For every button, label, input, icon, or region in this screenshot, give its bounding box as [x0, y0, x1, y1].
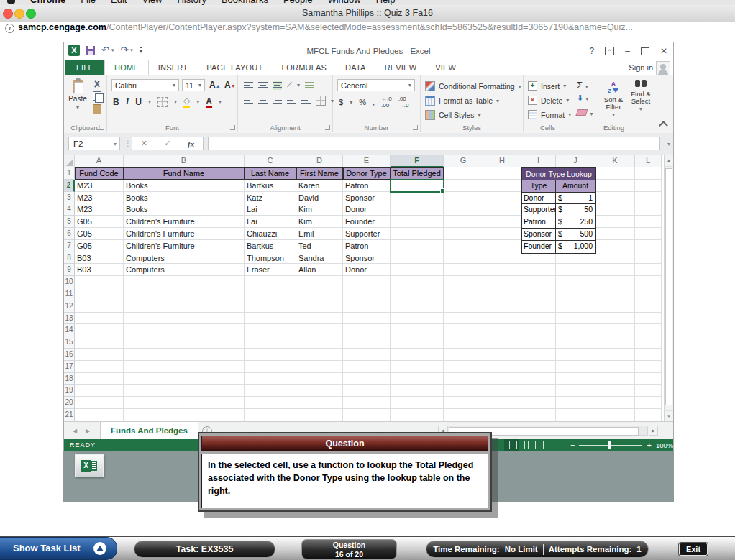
cell-D15[interactable]	[296, 336, 343, 349]
font-color-icon[interactable]: A	[206, 96, 212, 108]
menu-window[interactable]: Window	[327, 0, 360, 5]
cell-D20[interactable]	[296, 397, 343, 409]
expand-formula-bar-icon[interactable]: ▾	[667, 141, 670, 147]
cell-I10[interactable]	[521, 276, 556, 288]
alignment-dialog-launcher-icon[interactable]	[325, 125, 330, 130]
cell-E13[interactable]	[343, 313, 391, 325]
cell-E5[interactable]: Founder	[343, 216, 391, 228]
ribbon-tab-home[interactable]: HOME	[104, 60, 149, 75]
decrease-decimal-icon[interactable]: .00→.0	[398, 96, 409, 109]
cell-G16[interactable]	[444, 349, 483, 361]
cell-D6[interactable]: Emil	[296, 228, 343, 240]
borders-dropdown-icon[interactable]: ▾	[174, 98, 177, 105]
cell-K15[interactable]	[595, 336, 635, 349]
cell-E18[interactable]	[343, 373, 391, 385]
cell-J17[interactable]	[556, 361, 595, 373]
cell-B14[interactable]	[124, 324, 245, 336]
cell-C19[interactable]	[245, 385, 296, 397]
bottom-align-icon[interactable]	[273, 81, 282, 90]
selected-cell-F2[interactable]	[390, 179, 444, 193]
cell-E20[interactable]	[343, 397, 391, 409]
cell-I11[interactable]	[521, 288, 556, 300]
prev-sheet-icon[interactable]: ◀	[73, 428, 77, 434]
cell-I15[interactable]	[521, 336, 556, 349]
cell-D14[interactable]	[296, 324, 343, 336]
collapse-ribbon-icon[interactable]	[659, 121, 668, 130]
cell-E3[interactable]: Sponsor	[343, 192, 391, 204]
question-popup-title[interactable]: Question	[201, 436, 488, 451]
show-task-list-button[interactable]: Show Task List	[0, 537, 117, 560]
cell-A2[interactable]: M23	[75, 180, 124, 192]
cell-F4[interactable]	[391, 203, 444, 216]
accounting-format-icon[interactable]: $	[339, 98, 343, 106]
cell-D17[interactable]	[296, 361, 343, 373]
cell-J12[interactable]	[556, 300, 595, 313]
cell-D5[interactable]: Kim	[296, 216, 343, 228]
cell-J18[interactable]	[556, 373, 595, 385]
cell-B17[interactable]	[124, 361, 245, 373]
menu-people[interactable]: People	[283, 0, 312, 5]
increase-indent-icon[interactable]	[301, 96, 311, 106]
cell-E9[interactable]: Donor	[343, 264, 391, 276]
site-info-icon[interactable]: i	[5, 24, 14, 33]
name-box[interactable]: F2▾	[68, 137, 120, 150]
cell-D19[interactable]	[296, 385, 343, 397]
paste-button[interactable]: Paste▾	[67, 80, 88, 111]
cell-C15[interactable]	[245, 336, 296, 349]
column-header-L[interactable]: L	[635, 155, 662, 167]
font-dialog-launcher-icon[interactable]	[230, 125, 235, 130]
row-header-8[interactable]: 8	[64, 252, 75, 265]
cell-G20[interactable]	[444, 397, 483, 409]
cell-G17[interactable]	[444, 361, 483, 373]
format-painter-icon[interactable]	[93, 104, 101, 114]
cell-D21[interactable]	[296, 409, 343, 421]
cell-J10[interactable]	[556, 276, 595, 288]
cell-H7[interactable]	[483, 240, 521, 252]
row-header-20[interactable]: 20	[64, 397, 75, 409]
cell-L17[interactable]	[635, 361, 662, 373]
sheet-tab-funds-and-pledges[interactable]: Funds And Pledges	[100, 422, 198, 439]
cell-D18[interactable]	[296, 373, 343, 385]
cell-H9[interactable]	[483, 264, 521, 276]
cell-A20[interactable]	[75, 397, 124, 409]
cell-H21[interactable]	[483, 409, 521, 421]
percent-style-icon[interactable]: %	[359, 98, 366, 106]
grow-font-button[interactable]: A▲	[209, 80, 221, 90]
row-header-19[interactable]: 19	[64, 385, 75, 397]
cell-H10[interactable]	[483, 276, 521, 288]
select-all-corner[interactable]	[64, 155, 75, 167]
row-header-3[interactable]: 3	[64, 192, 75, 204]
ribbon-tab-file[interactable]: FILE	[65, 60, 104, 75]
column-header-F[interactable]: F	[391, 155, 444, 167]
cell-A4[interactable]: M23	[75, 203, 124, 216]
row-header-7[interactable]: 7	[64, 240, 75, 252]
vertical-scroll-thumb[interactable]	[665, 168, 672, 405]
apple-icon[interactable]	[7, 0, 15, 4]
excel-app-button[interactable]: X	[75, 454, 104, 477]
cell-I14[interactable]	[521, 324, 556, 336]
page-layout-view-icon[interactable]	[524, 441, 536, 449]
cell-F18[interactable]	[391, 373, 444, 385]
underline-dropdown-icon[interactable]: ▾	[148, 98, 151, 105]
column-header-D[interactable]: D	[296, 155, 343, 167]
cell-E7[interactable]: Patron	[343, 240, 391, 252]
cell-L20[interactable]	[635, 397, 662, 409]
vertical-scrollbar[interactable]: ▲ ▼	[664, 155, 673, 421]
cell-A13[interactable]	[75, 313, 124, 325]
shrink-font-button[interactable]: A▼	[224, 80, 236, 90]
cell-J20[interactable]	[556, 397, 595, 409]
close-icon[interactable]: ✕	[660, 46, 667, 56]
cell-B9[interactable]: Computers	[124, 264, 245, 276]
cell-C20[interactable]	[245, 397, 296, 409]
cell-F3[interactable]	[391, 192, 444, 204]
cell-A9[interactable]: B03	[75, 264, 124, 276]
merge-center-icon[interactable]	[316, 96, 326, 106]
restore-icon[interactable]	[641, 47, 649, 55]
cell-G13[interactable]	[444, 313, 483, 325]
cell-I17[interactable]	[521, 361, 556, 373]
row-header-13[interactable]: 13	[64, 313, 75, 325]
row-header-21[interactable]: 21	[64, 409, 75, 421]
row-header-12[interactable]: 12	[64, 300, 75, 313]
cell-G11[interactable]	[444, 288, 483, 300]
cell-K14[interactable]	[595, 324, 635, 336]
